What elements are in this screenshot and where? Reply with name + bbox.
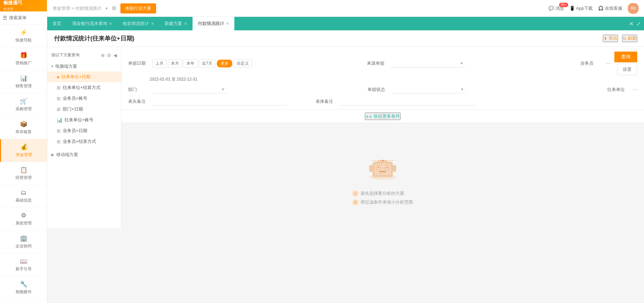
scheme-item-3[interactable]: ⊞ 部门+日期: [47, 104, 121, 115]
empty-tips: 1 请先选择要分析的方案 2 用过滤条件来缩小分析范围: [352, 190, 413, 208]
breadcrumb-chevron-icon: ▾: [106, 6, 108, 11]
sidebar-item-wechat[interactable]: 💬 企业微信: [0, 299, 47, 303]
export-button[interactable]: ⬆ 导出: [603, 35, 618, 42]
inventory-icon: 📦: [20, 120, 27, 128]
sidebar-item-guide[interactable]: 📖 新手引导: [0, 253, 47, 276]
tab-bar: 首页 现金银行流水查询 × 收款情况统计 × 新建方案 × 付款情况统计 × ✕…: [47, 17, 644, 30]
tab-home[interactable]: 首页: [47, 17, 67, 30]
app-download-button[interactable]: 📱 App下载: [569, 5, 593, 11]
sidebar-item-operations[interactable]: 📋 经营管理: [0, 162, 47, 185]
scheme-icon-3: ⊞: [57, 107, 61, 112]
tab-close-receivable[interactable]: ×: [151, 21, 154, 26]
service-icon: 🎧: [598, 6, 604, 11]
empty-tip-2: 2 用过滤条件来缩小分析范围: [352, 199, 413, 205]
tip-num-1: 1: [352, 190, 358, 196]
scheme-item-0[interactable]: ● 往来单位+日期: [47, 71, 121, 82]
empty-state: 1 请先选择要分析的方案 2 用过滤条件来缩小分析范围: [121, 123, 644, 228]
scheme-active-icon: ●: [57, 74, 59, 80]
sidebar-item-purchase[interactable]: 🛒 采购管理: [0, 93, 47, 116]
scheme-item-6[interactable]: ⊞ 业务员+结算方式: [47, 136, 121, 147]
sidebar-item-sales[interactable]: 📊 销售管理: [0, 70, 47, 93]
page-title: 付款情况统计(往来单位+日期): [54, 34, 135, 42]
header-note-input[interactable]: [152, 97, 287, 105]
service-button[interactable]: 🎧 在线客服: [598, 5, 622, 11]
add-scheme-icon[interactable]: ⊕: [101, 53, 105, 58]
tab-bank-flow[interactable]: 现金银行流水查询 ×: [67, 17, 117, 30]
sidebar-item-hardware[interactable]: 🔧 智能硬件: [0, 276, 47, 299]
tip-num-2: 2: [352, 199, 358, 205]
close-window-icon[interactable]: ✕: [629, 21, 634, 27]
collapse-arrow-icon: ∧∧: [365, 114, 372, 119]
scheme-item-2[interactable]: ⊞ 业务员+账号: [47, 93, 121, 104]
tab-payment-stats[interactable]: 付款情况统计 ×: [193, 17, 234, 30]
tab-close-new-scheme[interactable]: ×: [184, 21, 187, 26]
status-select-arrow: ▾: [461, 87, 463, 92]
hardware-icon: 🔧: [20, 280, 27, 288]
date-btn-this-year[interactable]: 本年: [183, 59, 198, 68]
scheme-item-1[interactable]: ⊞ 往来单位+结算方式: [47, 82, 121, 93]
sidebar-item-system[interactable]: ⚙ 系统管理: [0, 208, 47, 231]
left-panel-title: 按以下方案查询: [51, 52, 80, 58]
tab-new-scheme[interactable]: 新建方案 ×: [159, 17, 192, 30]
query-button[interactable]: 查询: [614, 52, 637, 62]
date-options: 上月 本月 本年 近7天 更多 自定义: [152, 59, 252, 68]
date-btn-more[interactable]: 更多: [217, 60, 232, 67]
sidebar-item-basic-info[interactable]: 🗂 基础信息: [0, 185, 47, 208]
settings-scheme-icon[interactable]: ⚙: [107, 53, 111, 58]
sidebar-item-inventory[interactable]: 📦 库存核算: [0, 116, 47, 139]
tab-receivable[interactable]: 收款情况统计 ×: [117, 17, 159, 30]
date-btn-custom[interactable]: 自定义: [234, 59, 252, 68]
partner-dots[interactable]: ···: [633, 87, 637, 93]
purchase-icon: 🛒: [20, 97, 27, 105]
collapse-bar: ∧∧ 收起更多条件: [121, 110, 644, 123]
source-select[interactable]: ▾: [391, 60, 465, 67]
scheme-group-mobile-header[interactable]: ▶ 移动端方案: [47, 150, 121, 160]
svg-rect-11: [393, 165, 396, 172]
scheme-item-4[interactable]: 📊 往来单位+账号: [47, 115, 121, 125]
date-btn-last-month[interactable]: 上月: [152, 59, 167, 68]
sidebar-item-marketing[interactable]: 🎁 营销推广: [0, 48, 47, 70]
source-select-arrow: ▾: [461, 61, 463, 66]
sidebar-item-quick-nav[interactable]: ⚡ 快捷导航: [0, 25, 47, 48]
left-scheme-panel: 按以下方案查询 ⊕ ⚙ ◀ ▾ 电脑端方案 ● 往来单位+日期: [47, 47, 121, 228]
filter-settings-button[interactable]: 设置: [617, 64, 637, 75]
sidebar-item-enterprise[interactable]: 🏢 企业协同: [0, 231, 47, 253]
group-arrow-icon: ▾: [51, 64, 53, 69]
header: 资金管理 > 付款情况统计 ▾ ⚙ 体验行业方案 💬 消息 99+ 📱 App下…: [47, 0, 644, 17]
page-title-bar: 付款情况统计(往来单位+日期) ⬆ 导出 ↻ 刷新: [47, 30, 644, 47]
filter-container: 单据日期 上月 本月 本年 近7天 更多 自定义 来源单据: [121, 47, 644, 123]
header-left: 资金管理 > 付款情况统计 ▾ ⚙ 体验行业方案: [53, 3, 156, 13]
sales-icon: 📊: [20, 74, 27, 82]
tab-close-bank-flow[interactable]: ×: [109, 21, 112, 26]
marketing-icon: 🎁: [20, 52, 27, 59]
collapse-button[interactable]: ∧∧ 收起更多条件: [365, 113, 401, 120]
scheme-icon-4: 📊: [57, 117, 62, 123]
operations-icon: 📋: [20, 166, 27, 174]
tab-close-payment-stats[interactable]: ×: [226, 21, 229, 26]
trial-button[interactable]: 体验行业方案: [120, 3, 156, 13]
message-icon: 💬: [549, 6, 554, 11]
collapse-panel-icon[interactable]: ◀: [113, 53, 117, 58]
date-btn-this-month[interactable]: 本月: [168, 59, 182, 68]
scheme-group-desktop-header[interactable]: ▾ 电脑端方案: [47, 61, 121, 71]
avatar[interactable]: Rit: [628, 3, 639, 14]
refresh-icon: ↻: [623, 36, 626, 41]
header-gear-icon[interactable]: ⚙: [112, 5, 116, 11]
svg-point-6: [386, 166, 388, 169]
scheme-item-5[interactable]: ⊞ 业务员+日期: [47, 125, 121, 136]
maximize-icon[interactable]: ⤢: [636, 21, 641, 27]
status-select[interactable]: ▾: [392, 86, 466, 93]
message-button[interactable]: 💬 消息 99+: [549, 5, 564, 11]
staff-dots[interactable]: ···: [606, 60, 610, 66]
scheme-group-mobile: ▶ 移动端方案: [47, 148, 121, 161]
body-note-input[interactable]: [340, 97, 475, 105]
dept-label: 部门: [128, 87, 148, 93]
mobile-group-arrow-icon: ▶: [51, 152, 54, 157]
svg-rect-2: [374, 163, 391, 175]
refresh-button[interactable]: ↻ 刷新: [622, 35, 637, 42]
sidebar-item-finance[interactable]: 💰 资金管理: [0, 139, 47, 162]
date-btn-7days[interactable]: 近7天: [199, 59, 215, 68]
empty-illustration: [362, 143, 403, 184]
dept-select[interactable]: ▾: [152, 86, 227, 93]
sidebar-item-search-menu[interactable]: ☰ 搜索菜单: [0, 11, 47, 25]
